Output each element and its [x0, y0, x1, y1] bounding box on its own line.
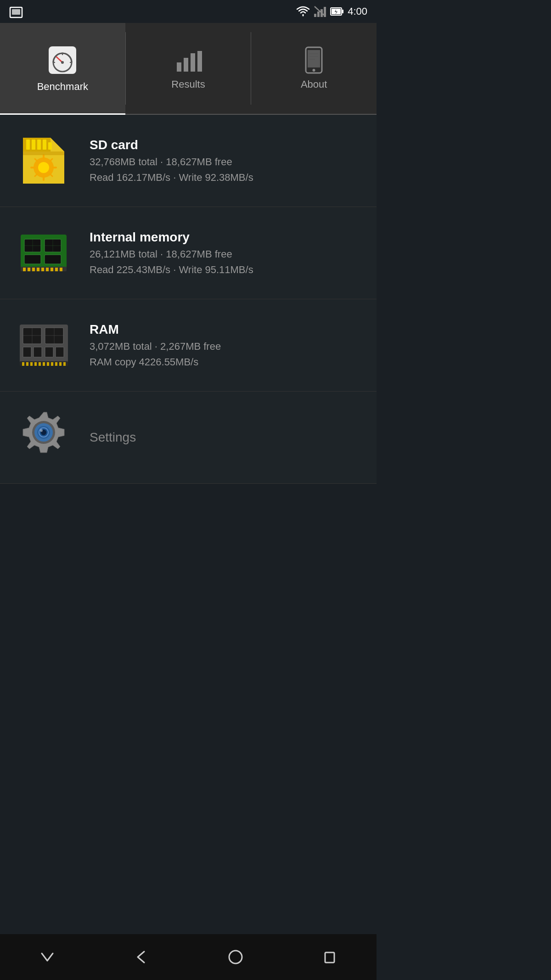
svg-rect-52	[46, 268, 49, 271]
svg-rect-70	[39, 362, 41, 366]
tab-about-label: About	[301, 78, 327, 90]
svg-rect-29	[32, 140, 35, 150]
ram-chip-icon	[11, 221, 76, 285]
svg-rect-3	[317, 11, 320, 17]
svg-rect-72	[47, 362, 49, 366]
svg-point-93	[229, 951, 242, 963]
svg-rect-73	[51, 362, 53, 366]
svg-rect-80	[34, 347, 42, 357]
svg-rect-43	[23, 151, 64, 155]
svg-point-92	[40, 429, 43, 432]
tab-benchmark[interactable]: Benchmark	[0, 23, 125, 114]
battery-icon	[330, 6, 344, 17]
screenshot-icon	[9, 6, 23, 19]
internal-memory-text: Internal memory 26,121MB total · 18,627M…	[90, 230, 253, 276]
sd-card-detail: Read 162.17MB/s · Write 92.38MB/s	[90, 172, 253, 184]
svg-rect-54	[55, 268, 58, 271]
svg-rect-58	[24, 255, 41, 264]
gear-settings-icon	[11, 405, 76, 470]
nav-recents-button[interactable]	[316, 943, 343, 971]
nav-back-button[interactable]	[128, 943, 155, 971]
wifi-icon	[296, 6, 310, 17]
speedometer-icon	[46, 44, 79, 76]
svg-rect-47	[23, 268, 26, 271]
settings-text: Settings	[90, 430, 136, 445]
svg-rect-49	[32, 268, 35, 271]
svg-rect-17	[177, 62, 181, 72]
status-bar: 4:00	[0, 0, 377, 23]
svg-rect-10	[49, 46, 76, 74]
bar-chart-icon	[174, 46, 202, 74]
svg-rect-76	[63, 362, 66, 366]
svg-rect-50	[37, 268, 39, 271]
svg-rect-55	[60, 268, 62, 271]
svg-rect-59	[45, 255, 61, 264]
tab-results[interactable]: Results	[126, 23, 251, 114]
nav-home-button[interactable]	[222, 943, 249, 971]
svg-point-13	[61, 61, 64, 64]
tab-results-label: Results	[171, 78, 205, 90]
svg-rect-79	[23, 347, 31, 357]
ram-title: RAM	[90, 322, 221, 337]
ram-subtitle: 3,072MB total · 2,267MB free	[90, 341, 221, 353]
ram-text: RAM 3,072MB total · 2,267MB free RAM cop…	[90, 322, 221, 368]
status-icons: 4:00	[296, 6, 367, 17]
tab-bar: Benchmark Results	[0, 23, 377, 115]
svg-rect-48	[28, 268, 30, 271]
sd-card-title: SD card	[90, 138, 253, 152]
svg-point-23	[313, 69, 315, 72]
svg-rect-67	[26, 362, 28, 366]
bottom-navigation	[0, 934, 377, 980]
svg-rect-30	[37, 140, 41, 150]
signal-icon	[314, 6, 326, 17]
svg-rect-32	[48, 142, 52, 150]
svg-rect-74	[55, 362, 57, 366]
svg-rect-2	[314, 14, 316, 17]
list-item-ram[interactable]: RAM 3,072MB total · 2,267MB free RAM cop…	[0, 299, 377, 392]
svg-rect-71	[43, 362, 45, 366]
tab-about[interactable]: About	[251, 23, 377, 114]
phone-icon	[301, 46, 326, 74]
svg-rect-51	[41, 268, 44, 271]
ram-detail: RAM copy 4226.55MB/s	[90, 356, 221, 368]
svg-rect-53	[51, 268, 53, 271]
svg-rect-68	[30, 362, 33, 366]
list-item-sd-card[interactable]: SD card 32,768MB total · 18,627MB free R…	[0, 115, 377, 207]
nav-down-button[interactable]	[34, 943, 61, 971]
sd-card-text: SD card 32,768MB total · 18,627MB free R…	[90, 138, 253, 184]
list-item-settings[interactable]: Settings	[0, 392, 377, 484]
svg-rect-31	[43, 140, 46, 150]
svg-rect-28	[26, 140, 30, 150]
list-item-internal-memory[interactable]: Internal memory 26,121MB total · 18,627M…	[0, 207, 377, 299]
internal-memory-detail: Read 225.43MB/s · Write 95.11MB/s	[90, 264, 253, 276]
sd-card-subtitle: 32,768MB total · 18,627MB free	[90, 156, 253, 168]
svg-rect-94	[325, 952, 334, 963]
svg-rect-1	[12, 9, 20, 15]
internal-memory-subtitle: 26,121MB total · 18,627MB free	[90, 248, 253, 260]
svg-rect-8	[342, 10, 343, 13]
sd-card-icon	[11, 129, 76, 193]
content-list: SD card 32,768MB total · 18,627MB free R…	[0, 115, 377, 484]
svg-rect-20	[197, 51, 202, 72]
time-display: 4:00	[348, 6, 367, 17]
svg-rect-66	[22, 362, 24, 366]
svg-rect-69	[34, 362, 37, 366]
svg-rect-75	[59, 362, 62, 366]
svg-rect-82	[56, 347, 64, 357]
svg-rect-18	[184, 58, 188, 72]
svg-rect-81	[45, 347, 53, 357]
internal-memory-title: Internal memory	[90, 230, 253, 245]
tab-benchmark-label: Benchmark	[37, 81, 88, 93]
memory-icon	[11, 313, 76, 377]
svg-point-34	[38, 162, 49, 173]
svg-rect-19	[191, 53, 195, 72]
settings-title: Settings	[90, 430, 136, 445]
